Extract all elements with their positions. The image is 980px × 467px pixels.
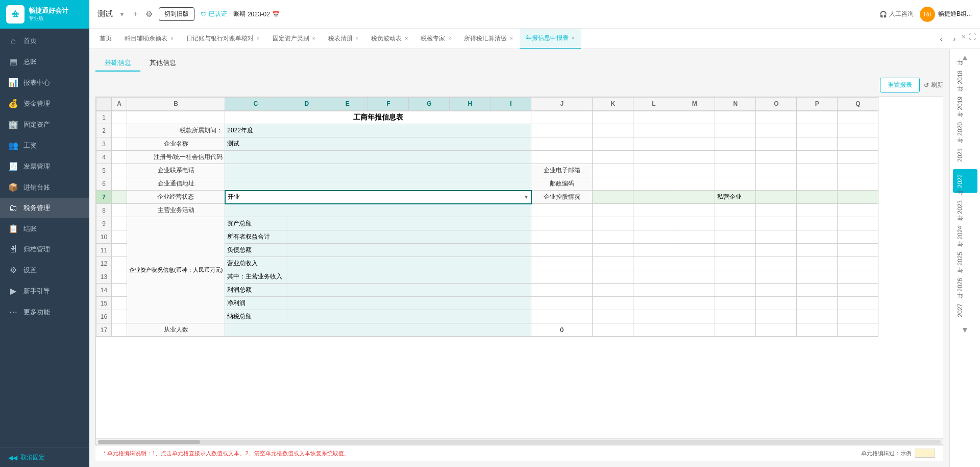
- cell-15-K[interactable]: [593, 297, 633, 310]
- sidebar-item-stockbook[interactable]: 📦 进销台账: [0, 177, 89, 198]
- cell-12-L[interactable]: [633, 257, 674, 270]
- cell-11-L[interactable]: [633, 244, 674, 257]
- col-B[interactable]: B: [127, 98, 225, 111]
- sidebar-item-home[interactable]: ⌂ 首页: [0, 31, 89, 51]
- cell-6-J[interactable]: 邮政编码: [531, 177, 593, 191]
- cell-8-M[interactable]: [674, 204, 715, 217]
- cell-4-Q[interactable]: [838, 151, 878, 164]
- tab-fixed-assets[interactable]: 固定资产类别 ×: [266, 29, 322, 49]
- col-C[interactable]: C: [225, 98, 286, 111]
- cell-2-O[interactable]: [756, 124, 797, 137]
- cell-17-N[interactable]: [715, 323, 756, 337]
- cell-11-P[interactable]: [797, 244, 838, 257]
- cell-13-J[interactable]: [531, 270, 593, 284]
- cell-16-L[interactable]: [633, 310, 674, 323]
- cell-17-A[interactable]: [112, 323, 127, 337]
- col-F[interactable]: F: [368, 98, 409, 111]
- year-2019[interactable]: 2019年: [953, 91, 977, 115]
- cell-6-C[interactable]: [225, 177, 531, 191]
- cell-9-D[interactable]: [286, 217, 531, 230]
- cell-8-C[interactable]: [225, 204, 531, 217]
- tab-prev-button[interactable]: ‹: [935, 33, 947, 45]
- cell-11-C[interactable]: 负债总额: [225, 244, 286, 257]
- cell-9-L[interactable]: [633, 217, 674, 230]
- cell-1-K[interactable]: [593, 111, 633, 124]
- cell-3-J[interactable]: [531, 137, 593, 151]
- cell-9-N[interactable]: [715, 217, 756, 230]
- cell-3-A[interactable]: [112, 137, 127, 151]
- cell-7-M[interactable]: [674, 191, 715, 204]
- cell-15-A[interactable]: [112, 297, 127, 310]
- add-button[interactable]: ＋: [131, 9, 139, 19]
- cell-7-Q[interactable]: [838, 191, 878, 204]
- cell-4-O[interactable]: [756, 151, 797, 164]
- cell-13-A[interactable]: [112, 270, 127, 284]
- cell-4-K[interactable]: [593, 151, 633, 164]
- cell-16-Q[interactable]: [838, 310, 878, 323]
- cell-5-L[interactable]: [633, 164, 674, 177]
- cell-5-B[interactable]: 企业联系电话: [127, 164, 225, 177]
- cell-9-J[interactable]: [531, 217, 593, 230]
- cell-17-P[interactable]: [797, 323, 838, 337]
- cell-1-J[interactable]: [531, 111, 593, 124]
- cell-5-P[interactable]: [797, 164, 838, 177]
- cell-16-J[interactable]: [531, 310, 593, 323]
- cell-13-N[interactable]: [715, 270, 756, 284]
- cell-3-O[interactable]: [756, 137, 797, 151]
- tab-close-icon[interactable]: ×: [405, 36, 408, 41]
- cell-17-L[interactable]: [633, 323, 674, 337]
- cell-13-P[interactable]: [797, 270, 838, 284]
- horizontal-scrollbar[interactable]: [96, 438, 943, 445]
- cell-13-M[interactable]: [674, 270, 715, 284]
- cell-2-K[interactable]: [593, 124, 633, 137]
- cell-13-C[interactable]: 其中：主营业务收入: [225, 270, 286, 284]
- tab-close-icon[interactable]: ×: [448, 36, 451, 41]
- tab-close-icon[interactable]: ×: [257, 36, 260, 41]
- cell-5-M[interactable]: [674, 164, 715, 177]
- sidebar-item-funds[interactable]: 💰 资金管理: [0, 93, 89, 114]
- sidebar-item-tax[interactable]: 🗂 税务管理: [0, 198, 89, 218]
- cell-15-D[interactable]: [286, 297, 531, 310]
- cell-15-Q[interactable]: [838, 297, 878, 310]
- cell-17-M[interactable]: [674, 323, 715, 337]
- cell-5-O[interactable]: [756, 164, 797, 177]
- col-A[interactable]: A: [112, 98, 127, 111]
- col-D[interactable]: D: [286, 98, 327, 111]
- cell-10-L[interactable]: [633, 230, 674, 244]
- service-button[interactable]: 🎧 人工咨询: [879, 10, 914, 18]
- cell-15-P[interactable]: [797, 297, 838, 310]
- cell-13-O[interactable]: [756, 270, 797, 284]
- cell-2-P[interactable]: [797, 124, 838, 137]
- cell-16-O[interactable]: [756, 310, 797, 323]
- cell-12-M[interactable]: [674, 257, 715, 270]
- sidebar-item-ledger[interactable]: ▤ 总账: [0, 51, 89, 72]
- sidebar-pin-button[interactable]: ◀◀ 取消固定: [0, 448, 89, 467]
- tab-close-all-button[interactable]: ×: [962, 33, 966, 45]
- cell-11-D[interactable]: [286, 244, 531, 257]
- col-P[interactable]: P: [797, 98, 838, 111]
- cell-9-M[interactable]: [674, 217, 715, 230]
- cell-1-title[interactable]: 工商年报信息表: [225, 111, 531, 124]
- cell-9-C[interactable]: 资产总额: [225, 217, 286, 230]
- cell-6-L[interactable]: [633, 177, 674, 191]
- cell-8-O[interactable]: [756, 204, 797, 217]
- cell-17-J[interactable]: 0: [531, 323, 593, 337]
- cell-17-B[interactable]: 从业人数: [127, 323, 225, 337]
- cell-3-L[interactable]: [633, 137, 674, 151]
- cell-3-C[interactable]: 测试: [225, 137, 531, 151]
- reset-button[interactable]: 重置报表: [880, 78, 920, 92]
- col-G[interactable]: G: [409, 98, 450, 111]
- cell-9-O[interactable]: [756, 217, 797, 230]
- cell-4-B[interactable]: 注册号/统一社会信用代码: [127, 151, 225, 164]
- cell-16-M[interactable]: [674, 310, 715, 323]
- cell-2-N[interactable]: [715, 124, 756, 137]
- cell-2-A[interactable]: [112, 124, 127, 137]
- year-2021[interactable]: 2021年: [953, 143, 977, 167]
- cell-1-N[interactable]: [715, 111, 756, 124]
- cell-6-B[interactable]: 企业通信地址: [127, 177, 225, 191]
- cell-16-C[interactable]: 纳税总额: [225, 310, 286, 323]
- cell-1-O[interactable]: [756, 111, 797, 124]
- col-H[interactable]: H: [450, 98, 491, 111]
- year-2020[interactable]: 2020年: [953, 117, 977, 141]
- hscroll-thumb[interactable]: [98, 440, 200, 444]
